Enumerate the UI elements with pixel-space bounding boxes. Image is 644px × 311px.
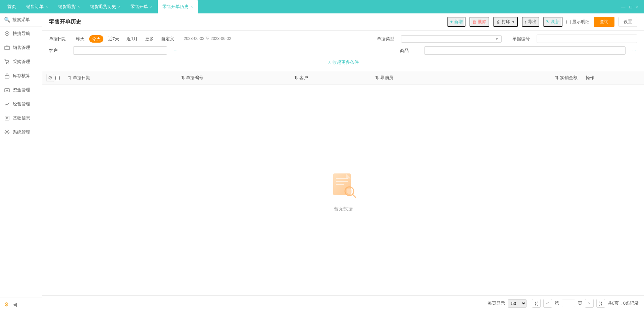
sidebar-item-inventory[interactable]: 库存核算 [0, 69, 42, 83]
tab-sales-return[interactable]: 销货退货× [53, 0, 85, 13]
sidebar-label-sales-mgmt: 销售管理 [13, 45, 30, 51]
tab-close-sales-order[interactable]: × [46, 4, 48, 9]
refresh-button[interactable]: ↻ 刷新 [543, 17, 562, 27]
system-mgmt-icon [4, 129, 10, 135]
doc-no-input[interactable] [537, 35, 637, 43]
col-guide: ⇅ 导购员 [371, 71, 468, 85]
sort-doc-no-icon[interactable]: ⇅ [181, 75, 185, 80]
doc-type-select[interactable]: ▼ [401, 35, 502, 43]
finance-icon [4, 87, 10, 93]
tab-close-retail-open[interactable]: × [150, 4, 152, 9]
product-ellipsis-btn[interactable]: ··· [631, 48, 637, 53]
col-doc-date: ⇅ 单据日期 [64, 71, 177, 85]
tabs-area: 首页销售订单×销货退货×销货退货历史×零售开单×零售开单历史× [3, 0, 621, 13]
tab-home[interactable]: 首页 [3, 0, 21, 13]
filter-row-date: 单据日期 昨天 今天 近7天 近1月 更多 自定义 2023-06-02 至 2… [49, 35, 637, 43]
per-page-select[interactable]: 50 100 200 [508, 299, 527, 308]
tab-sales-return-history[interactable]: 销货退货历史× [85, 0, 125, 13]
delete-button[interactable]: 🗑 删除 [469, 17, 489, 27]
col-operation: 操作 [582, 71, 644, 85]
export-button[interactable]: ↑ 导出 [522, 17, 540, 27]
product-label: 商品 [400, 48, 419, 54]
export-icon: ↑ [525, 19, 527, 24]
svg-rect-7 [5, 116, 9, 120]
minimize-btn[interactable]: — [621, 4, 626, 9]
tab-sales-order[interactable]: 销售订单× [21, 0, 53, 13]
sidebar-bottom: ⚙ ◀ [0, 298, 42, 311]
sort-amount-icon[interactable]: ⇅ [555, 75, 559, 80]
close-btn[interactable]: × [636, 4, 639, 9]
last-page-btn[interactable]: ⟩⟩ [596, 299, 605, 308]
pagination-bar: 每页显示 50 100 200 ⟨⟨ ＜ 第 1 页 ＞ ⟩⟩ 共0页，0条记录 [42, 295, 644, 311]
sidebar-item-quick-nav[interactable]: 快捷导航 [0, 27, 42, 41]
empty-text: 暂无数据 [334, 206, 353, 212]
sidebar-item-finance[interactable]: 资金管理 [0, 83, 42, 97]
tab-close-sales-return[interactable]: × [78, 4, 80, 9]
sidebar-label-purchase-mgmt: 采购管理 [13, 59, 30, 65]
select-all-checkbox[interactable] [55, 76, 60, 80]
tab-close-retail-open-history[interactable]: × [191, 4, 193, 9]
sidebar-item-sales-mgmt[interactable]: 销售管理 [0, 41, 42, 55]
date-custom[interactable]: 自定义 [158, 35, 177, 43]
sidebar-item-system-mgmt[interactable]: 系统管理 [0, 125, 42, 139]
settings-bottom-icon[interactable]: ⚙ [4, 301, 9, 308]
sidebar-item-purchase-mgmt[interactable]: 采购管理 [0, 55, 42, 69]
show-details-toggle[interactable]: 显示明细 [566, 19, 590, 25]
sidebar-search[interactable]: 🔍 搜索采单 [0, 13, 42, 27]
collapse-bar[interactable]: ∧ 收起更多条件 [49, 58, 637, 67]
customer-ellipsis-btn[interactable]: ··· [172, 48, 179, 53]
sidebar-item-operations[interactable]: 经营管理 [0, 97, 42, 111]
sidebar: 🔍 搜索采单 快捷导航销售管理采购管理库存核算资金管理经营管理基础信息系统管理 … [0, 13, 42, 311]
date-7days[interactable]: 近7天 [105, 35, 122, 43]
date-1month[interactable]: 近1月 [124, 35, 140, 43]
gear-col-icon[interactable]: ⚙ [46, 74, 54, 82]
tab-retail-open[interactable]: 零售开单× [126, 0, 157, 13]
date-yesterday[interactable]: 昨天 [73, 35, 87, 43]
first-page-btn[interactable]: ⟨⟨ [532, 299, 541, 308]
content-area: 零售开单历史 + 新增 🗑 删除 🖨 打印 ▼ ↑ 导出 ↻ [42, 13, 644, 311]
customer-input[interactable] [73, 46, 167, 55]
delete-icon: 🗑 [472, 19, 477, 24]
sort-doc-date-icon[interactable]: ⇅ [68, 75, 71, 80]
sort-guide-icon[interactable]: ⇅ [375, 75, 379, 80]
add-button[interactable]: + 新增 [447, 17, 465, 27]
svg-point-15 [347, 189, 352, 194]
page-number-input[interactable]: 1 [562, 300, 575, 307]
settings-button[interactable]: 设置 [618, 17, 637, 27]
per-page-label: 每页显示 [488, 300, 505, 306]
tab-retail-open-history[interactable]: 零售开单历史× [158, 0, 198, 13]
sidebar-label-inventory: 库存核算 [13, 73, 30, 79]
date-today[interactable]: 今天 [89, 35, 103, 43]
basic-info-icon [4, 115, 10, 121]
sales-mgmt-icon [4, 45, 10, 51]
sidebar-label-finance: 资金管理 [13, 87, 30, 93]
refresh-icon: ↻ [546, 19, 550, 24]
sidebar-item-basic-info[interactable]: 基础信息 [0, 111, 42, 125]
maximize-btn[interactable]: □ [630, 4, 632, 9]
svg-point-1 [6, 33, 8, 34]
print-button[interactable]: 🖨 打印 ▼ [493, 17, 518, 27]
sidebar-label-system-mgmt: 系统管理 [13, 129, 30, 135]
doc-type-chevron-icon: ▼ [495, 37, 499, 41]
sort-customer-icon[interactable]: ⇅ [294, 75, 298, 80]
prev-page-btn[interactable]: ＜ [543, 299, 552, 308]
date-options: 昨天 今天 近7天 近1月 更多 自定义 [73, 35, 177, 43]
date-more[interactable]: 更多 [142, 35, 156, 43]
tab-close-sales-return-history[interactable]: × [118, 4, 120, 9]
svg-line-16 [353, 195, 355, 197]
collapse-sidebar-icon[interactable]: ◀ [13, 301, 17, 308]
show-details-checkbox[interactable] [566, 20, 571, 24]
top-bar: 首页销售订单×销货退货×销货退货历史×零售开单×零售开单历史× — □ × [0, 0, 644, 13]
svg-rect-5 [5, 75, 9, 78]
header-actions: + 新增 🗑 删除 🖨 打印 ▼ ↑ 导出 ↻ 刷新 [447, 17, 637, 27]
query-button[interactable]: 查询 [594, 17, 614, 27]
empty-state: 暂无数据 [42, 85, 644, 295]
next-page-btn[interactable]: ＞ [585, 299, 594, 308]
main-layout: 🔍 搜索采单 快捷导航销售管理采购管理库存核算资金管理经营管理基础信息系统管理 … [0, 13, 644, 311]
product-input[interactable] [424, 46, 626, 55]
table-area: ⚙ ⇅ 单据日期 ⇅ 单据编号 ⇅ 客户 ⇅ 导购员 ⇅ 实销金额 操作 [42, 71, 644, 295]
col-customer: ⇅ 客户 [290, 71, 371, 85]
window-controls: — □ × [621, 4, 641, 9]
col-doc-no: ⇅ 单据编号 [177, 71, 291, 85]
date-filter-label: 单据日期 [49, 36, 68, 42]
